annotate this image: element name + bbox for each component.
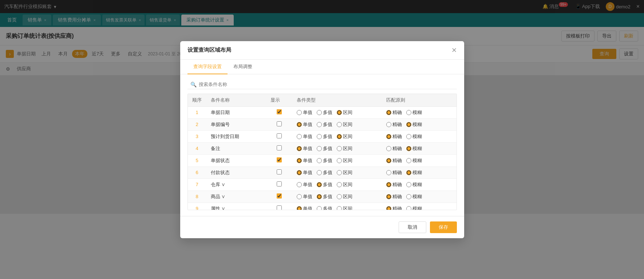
col-header-type: 条件类型: [292, 94, 382, 107]
match-radio-精确[interactable]: 精确: [386, 157, 402, 164]
row-order: 6: [188, 166, 206, 178]
match-radio-模糊[interactable]: 模糊: [406, 193, 422, 200]
type-radio-区间[interactable]: 区间: [337, 133, 352, 140]
table-row: 2单据编号单值多值区间精确模糊: [188, 118, 457, 130]
row-type-cell: 单值多值区间: [292, 154, 382, 166]
type-radio-区间[interactable]: 区间: [337, 145, 352, 152]
row-condition-name: 单据日期: [206, 106, 266, 118]
modal-dialog: 设置查询区域布局 ✕ 查询字段设置 布局调整 🔍 顺序 条件名称: [180, 41, 464, 214]
type-radio-区间[interactable]: 区间: [337, 121, 352, 128]
type-radio-单值[interactable]: 单值: [297, 109, 312, 116]
row-show-cell: [266, 190, 292, 203]
row-type-cell: 单值多值区间: [292, 130, 382, 142]
condition-search-input[interactable]: [199, 82, 272, 87]
type-radio-多值[interactable]: 多值: [317, 109, 332, 116]
table-row: 1单据日期单值多值区间精确模糊: [188, 106, 457, 118]
match-radio-模糊[interactable]: 模糊: [406, 169, 422, 176]
match-radio-模糊[interactable]: 模糊: [406, 133, 422, 140]
match-radio-精确[interactable]: 精确: [386, 133, 402, 140]
row-show-checkbox[interactable]: [277, 181, 282, 186]
row-show-checkbox[interactable]: [277, 121, 282, 126]
row-match-cell: 精确模糊: [382, 178, 457, 190]
row-order: 1: [188, 106, 206, 118]
row-order: 5: [188, 154, 206, 166]
row-condition-name: 预计到货日期: [206, 130, 266, 142]
row-order: 3: [188, 130, 206, 142]
row-type-cell: 单值多值区间: [292, 178, 382, 190]
type-radio-多值[interactable]: 多值: [317, 157, 332, 164]
match-radio-精确[interactable]: 精确: [386, 181, 402, 188]
type-radio-区间[interactable]: 区间: [337, 205, 352, 210]
modal-tab-query-fields[interactable]: 查询字段设置: [187, 60, 228, 74]
row-show-checkbox[interactable]: [277, 193, 282, 199]
row-condition-name: 属性 ∨: [206, 203, 266, 210]
type-radio-区间[interactable]: 区间: [337, 193, 352, 200]
table-row: 5单据状态单值多值区间精确模糊: [188, 154, 457, 166]
row-order: 9: [188, 203, 206, 210]
type-radio-多值[interactable]: 多值: [317, 169, 332, 176]
type-radio-多值[interactable]: 多值: [317, 133, 332, 140]
table-row: 3预计到货日期单值多值区间精确模糊: [188, 130, 457, 142]
type-radio-单值[interactable]: 单值: [297, 193, 312, 200]
match-radio-精确[interactable]: 精确: [386, 205, 402, 210]
row-show-checkbox[interactable]: [277, 133, 282, 138]
match-radio-精确[interactable]: 精确: [386, 121, 402, 128]
row-show-checkbox[interactable]: [277, 157, 282, 162]
match-radio-精确[interactable]: 精确: [386, 169, 402, 176]
type-radio-单值[interactable]: 单值: [297, 133, 312, 140]
match-radio-模糊[interactable]: 模糊: [406, 157, 422, 164]
row-order: 8: [188, 190, 206, 203]
match-radio-模糊[interactable]: 模糊: [406, 145, 422, 152]
row-show-checkbox[interactable]: [277, 205, 282, 210]
type-radio-单值[interactable]: 单值: [297, 169, 312, 176]
type-radio-单值[interactable]: 单值: [297, 145, 312, 152]
type-radio-多值[interactable]: 多值: [317, 145, 332, 152]
row-show-cell: [266, 203, 292, 210]
match-radio-模糊[interactable]: 模糊: [406, 205, 422, 210]
row-match-cell: 精确模糊: [382, 154, 457, 166]
row-show-cell: [266, 118, 292, 130]
match-radio-模糊[interactable]: 模糊: [406, 181, 422, 188]
row-show-checkbox[interactable]: [277, 145, 282, 150]
table-row: 9属性 ∨单值多值区间精确模糊: [188, 203, 457, 210]
modal-tab-layout[interactable]: 布局调整: [228, 60, 258, 74]
type-radio-多值[interactable]: 多值: [317, 205, 332, 210]
modal-body: 🔍 顺序 条件名称 显示 条件类型 匹配原则: [180, 74, 464, 214]
table-header-row: 顺序 条件名称 显示 条件类型 匹配原则: [188, 94, 457, 107]
table-row: 4备注单值多值区间精确模糊: [188, 142, 457, 154]
match-radio-精确[interactable]: 精确: [386, 109, 402, 116]
type-radio-单值[interactable]: 单值: [297, 205, 312, 210]
row-condition-name: 单据编号: [206, 118, 266, 130]
row-show-cell: [266, 154, 292, 166]
row-order: 2: [188, 118, 206, 130]
match-radio-精确[interactable]: 精确: [386, 145, 402, 152]
row-match-cell: 精确模糊: [382, 166, 457, 178]
row-show-checkbox[interactable]: [277, 109, 282, 114]
row-type-cell: 单值多值区间: [292, 106, 382, 118]
type-radio-单值[interactable]: 单值: [297, 121, 312, 128]
row-order: 4: [188, 142, 206, 154]
row-show-checkbox[interactable]: [277, 169, 282, 174]
type-radio-多值[interactable]: 多值: [317, 193, 332, 200]
type-radio-单值[interactable]: 单值: [297, 181, 312, 188]
type-radio-多值[interactable]: 多值: [317, 121, 332, 128]
conditions-table-wrap: 顺序 条件名称 显示 条件类型 匹配原则 1单据日期单值多值区间精确模糊2单据编…: [187, 94, 457, 210]
row-match-cell: 精确模糊: [382, 118, 457, 130]
type-radio-区间[interactable]: 区间: [337, 181, 352, 188]
row-condition-name: 仓库 ∨: [206, 178, 266, 190]
type-radio-区间[interactable]: 区间: [337, 109, 352, 116]
match-radio-模糊[interactable]: 模糊: [406, 109, 422, 116]
row-type-cell: 单值多值区间: [292, 118, 382, 130]
type-radio-多值[interactable]: 多值: [317, 181, 332, 188]
match-radio-模糊[interactable]: 模糊: [406, 121, 422, 128]
search-icon: 🔍: [190, 82, 197, 87]
modal-close-button[interactable]: ✕: [451, 46, 457, 54]
row-condition-name: 单据状态: [206, 154, 266, 166]
col-header-order: 顺序: [188, 94, 206, 107]
type-radio-区间[interactable]: 区间: [337, 157, 352, 164]
type-radio-区间[interactable]: 区间: [337, 169, 352, 176]
match-radio-精确[interactable]: 精确: [386, 193, 402, 200]
modal-tabs: 查询字段设置 布局调整: [180, 60, 464, 74]
type-radio-单值[interactable]: 单值: [297, 157, 312, 164]
row-condition-name: 商品 ∨: [206, 190, 266, 203]
